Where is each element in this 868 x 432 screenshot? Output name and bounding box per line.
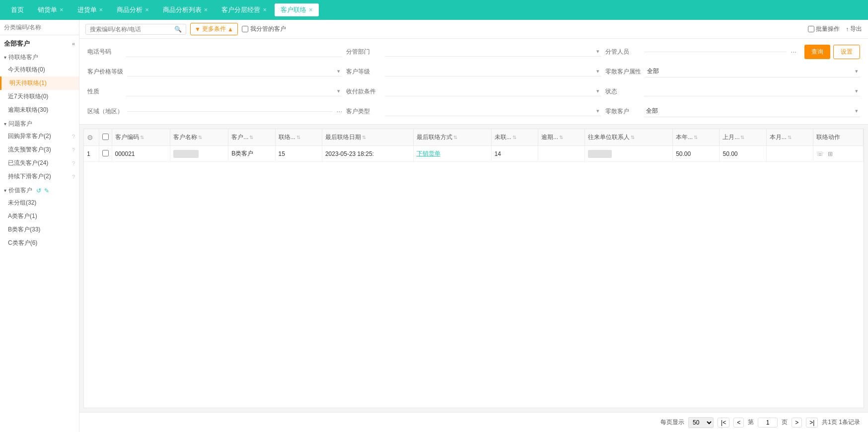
gear-icon[interactable]: ⚙ bbox=[87, 134, 93, 142]
payment-select[interactable]: ▾ bbox=[385, 86, 601, 96]
page-number-input[interactable] bbox=[758, 418, 778, 428]
filter-payment: 收付款条件 ▾ bbox=[346, 83, 601, 99]
nav-customer-tier[interactable]: 客户分层经营× bbox=[216, 3, 273, 16]
row-last-method: 下销货单 bbox=[413, 146, 491, 162]
set-button[interactable]: 设置 bbox=[833, 45, 860, 59]
filter-retail-customer: 零散客户 全部 ▾ bbox=[605, 103, 860, 119]
more-filters-button[interactable]: ▼ 更多条件 ▲ bbox=[190, 23, 238, 35]
row-action: ☏ ⊞ bbox=[813, 146, 864, 162]
sidebar-item-repurchase[interactable]: 回购异常客户(2)? bbox=[0, 130, 79, 143]
col-last-month-header: 上月...⇅ bbox=[720, 129, 766, 146]
filter-panel: 电话号码 分管部门 ▾ 分管人员 ··· 查询 设置 客户价格等级 bbox=[79, 39, 868, 125]
sidebar-search-input[interactable] bbox=[4, 24, 78, 31]
nav-customer-contact[interactable]: 客户联络× bbox=[275, 3, 319, 16]
dept-label: 分管部门 bbox=[346, 48, 381, 56]
col-this-month-header: 本月...⇅ bbox=[766, 129, 813, 146]
retail-attr-select[interactable]: 全部 ▾ bbox=[645, 66, 860, 77]
retail-customer-label: 零散客户 bbox=[605, 107, 640, 116]
row-last-date: 2023-05-23 18:25: bbox=[322, 146, 413, 162]
collapse-icon[interactable]: « bbox=[72, 41, 75, 47]
col-overdue-header: 逾期...⇅ bbox=[538, 129, 584, 146]
sidebar-item-today[interactable]: 今天待联络(0) bbox=[0, 63, 79, 76]
sidebar-item-b-class[interactable]: B类客户(33) bbox=[0, 223, 79, 236]
export-button[interactable]: ↑ 导出 bbox=[846, 25, 862, 33]
nav-home[interactable]: 首页 bbox=[5, 3, 30, 16]
top-nav: 首页 销货单× 进货单× 商品分析× 商品分析列表× 客户分层经营× 客户联络× bbox=[0, 0, 868, 20]
nav-purchase[interactable]: 进货单× bbox=[72, 3, 109, 16]
sidebar-item-overdue[interactable]: 逾期未联络(30) bbox=[0, 103, 79, 117]
toolbar-search[interactable]: 🔍 bbox=[85, 24, 186, 35]
col-contacts-header: 往来单位联系人⇅ bbox=[585, 129, 673, 146]
col-last-method-header: 最后联络方式⇅ bbox=[413, 129, 491, 146]
my-customers-checkbox[interactable]: 我分管的客户 bbox=[242, 25, 286, 33]
person-dots[interactable]: ··· bbox=[791, 48, 796, 56]
sidebar-item-churn-warning[interactable]: 流失预警客户(3)? bbox=[0, 143, 79, 156]
row-not-contacted: 14 bbox=[491, 146, 538, 162]
sidebar-search-bar[interactable]: 🔍 bbox=[0, 20, 79, 35]
row-name: Ea bbox=[170, 146, 228, 162]
phone-icon[interactable]: ☏ bbox=[816, 150, 824, 157]
prev-page-button[interactable]: < bbox=[733, 418, 744, 428]
col-name-header: 客户名称⇅ bbox=[170, 129, 228, 146]
export-label: 导出 bbox=[850, 25, 862, 33]
sidebar-item-ungrouped[interactable]: 未分组(32) bbox=[0, 196, 79, 210]
col-gear[interactable]: ⚙ bbox=[84, 129, 99, 146]
group-pending-contact: 待联络客户 bbox=[0, 50, 79, 63]
next-page-button[interactable]: > bbox=[792, 418, 802, 428]
nav-goods-analysis[interactable]: 商品分析× bbox=[111, 3, 155, 16]
toolbar-search-icon[interactable]: 🔍 bbox=[174, 26, 182, 33]
per-page-select[interactable]: 50 100 200 bbox=[688, 417, 714, 428]
gender-select[interactable]: ▾ bbox=[126, 86, 342, 96]
filter-phone: 电话号码 bbox=[87, 44, 342, 60]
select-all-checkbox[interactable] bbox=[102, 134, 109, 140]
my-customers-check[interactable] bbox=[242, 26, 248, 32]
phone-input[interactable] bbox=[126, 47, 342, 57]
batch-op-check[interactable] bbox=[808, 26, 814, 32]
dept-select[interactable]: ▾ bbox=[385, 47, 601, 57]
query-button[interactable]: 查询 bbox=[804, 45, 830, 59]
toolbar-search-input[interactable] bbox=[90, 26, 174, 33]
content-area: 🔍 ▼ 更多条件 ▲ 我分管的客户 批量操作 ↑ 导出 bbox=[79, 20, 868, 432]
col-checkbox[interactable] bbox=[99, 129, 112, 146]
sidebar-item-c-class[interactable]: C类客户(6) bbox=[0, 236, 79, 250]
last-method-link[interactable]: 下销货单 bbox=[417, 150, 440, 157]
batch-op-button[interactable]: 批量操作 bbox=[808, 25, 840, 33]
sidebar-item-tomorrow[interactable]: 明天待联络(1) bbox=[0, 76, 79, 90]
grid-icon[interactable]: ⊞ bbox=[828, 150, 833, 157]
sidebar-item-churned[interactable]: 已流失客户(24)? bbox=[0, 156, 79, 170]
filter-person: 分管人员 ··· 查询 设置 bbox=[605, 44, 860, 60]
last-page-button[interactable]: >| bbox=[806, 418, 818, 428]
nav-sales[interactable]: 销货单× bbox=[32, 3, 70, 16]
filter-dept: 分管部门 ▾ bbox=[346, 44, 601, 60]
col-last-date-header: 最后联络日期⇅ bbox=[322, 129, 413, 146]
row-contacts bbox=[585, 146, 673, 162]
row-num: 1 bbox=[84, 146, 99, 162]
sidebar-item-a-class[interactable]: A类客户(1) bbox=[0, 210, 79, 223]
region-dots[interactable]: ··· bbox=[337, 107, 343, 115]
sidebar-item-week[interactable]: 近7天待联络(0) bbox=[0, 90, 79, 103]
retail-customer-select[interactable]: 全部 ▾ bbox=[644, 105, 860, 117]
customer-level-select[interactable]: ▾ bbox=[385, 67, 601, 76]
first-page-button[interactable]: |< bbox=[718, 418, 729, 428]
row-this-month bbox=[766, 146, 813, 162]
col-not-contacted-header: 未联...⇅ bbox=[491, 129, 538, 146]
sidebar-item-declining[interactable]: 持续下滑客户(2)? bbox=[0, 170, 79, 183]
filter-gender: 性质 ▾ bbox=[87, 83, 342, 99]
price-level-select[interactable]: ▾ bbox=[127, 67, 342, 76]
customer-type-select[interactable]: ▾ bbox=[385, 106, 601, 116]
col-code-header: 客户编码⇅ bbox=[112, 129, 170, 146]
phone-label: 电话号码 bbox=[87, 48, 122, 56]
toolbar: 🔍 ▼ 更多条件 ▲ 我分管的客户 批量操作 ↑ 导出 bbox=[79, 20, 868, 39]
filter-price-level: 客户价格等级 ▾ bbox=[87, 64, 342, 79]
gender-label: 性质 bbox=[87, 87, 122, 96]
row-overdue bbox=[538, 146, 584, 162]
filter-status: 状态 ▾ bbox=[605, 83, 860, 99]
dept-arrow: ▾ bbox=[596, 48, 599, 55]
all-customers-header[interactable]: 全部客户 « bbox=[0, 35, 79, 50]
status-select[interactable]: ▾ bbox=[644, 86, 860, 96]
row-select-checkbox[interactable] bbox=[102, 150, 109, 156]
col-action-header: 联络动作 bbox=[813, 129, 864, 146]
nav-goods-list[interactable]: 商品分析列表× bbox=[157, 3, 214, 16]
export-icon: ↑ bbox=[846, 26, 849, 33]
row-checkbox[interactable] bbox=[99, 146, 112, 162]
